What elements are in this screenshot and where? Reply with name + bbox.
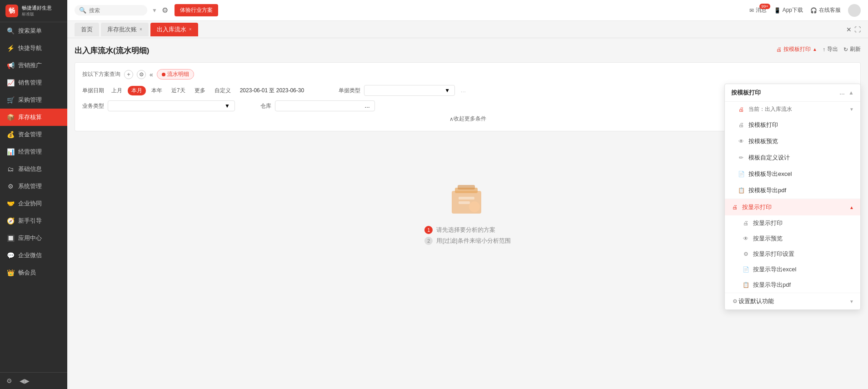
dropdown-display-settings-item[interactable]: ⚙ 按显示打印设置 [725,246,860,262]
current-printer-icon: 🖨 [738,106,745,113]
tab-batch-account[interactable]: 库存批次账 × [101,23,149,36]
online-service-button[interactable]: 🎧 在线客服 [810,6,841,14]
filter-settings-button[interactable]: ⚙ [137,70,146,79]
dropdown-template-design-item[interactable]: ✏ 模板自定义设计 [725,150,860,166]
search-input[interactable] [89,7,139,14]
display-print-header-icon: 🖨 [731,204,738,211]
empty-step-1: 1 请先选择要分析的方案 [424,226,510,234]
refresh-button[interactable]: ↻ 刷新 [843,45,861,53]
dropdown-title: 按模板打印 [731,89,761,97]
sidebar-icon-guide: 🧭 [6,217,15,225]
sidebar-icon-wechat: 💬 [6,251,15,259]
filter-collapse-button[interactable]: « [150,71,153,78]
sidebar-item-sales[interactable]: 📈 销售管理 [0,74,67,91]
dropdown-footer[interactable]: ⚙ 设置默认功能 ▼ [725,293,860,309]
sidebar-label-finance: 资金管理 [18,130,42,139]
dropdown-more-icon[interactable]: … [839,90,845,96]
empty-icon [449,184,486,220]
tab-inout-flow[interactable]: 出入库流水 × [150,23,198,36]
tab-inout-flow-close[interactable]: × [189,27,192,32]
date-option-last-month[interactable]: 上月 [108,86,126,95]
sidebar-label-enterprise: 企业协同 [18,199,42,208]
export-button[interactable]: ↑ 导出 [823,45,838,53]
svg-rect-3 [459,197,474,199]
sidebar-item-marketing[interactable]: 📢 营销推广 [0,57,67,74]
sidebar-item-quick-nav[interactable]: ⚡ 快捷导航 [0,40,67,57]
app-download-button[interactable]: 📱 App下载 [774,6,803,14]
sidebar-icon-sales: 📈 [6,79,15,87]
sidebar-item-basic[interactable]: 🗂 基础信息 [0,160,67,178]
message-button[interactable]: ✉ 消息 99+ [749,6,767,14]
filter-date-label: 单据日期 [82,87,104,95]
template-print-icon: 🖨 [738,121,745,129]
dropdown-display-print-item[interactable]: 🖨 按显示打印 [725,215,860,231]
tab-batch-account-close[interactable]: × [140,27,142,32]
step-1-label: 请先选择要分析的方案 [436,226,495,234]
sidebar-item-search[interactable]: 🔍 搜索菜单 [0,22,67,40]
warehouse-more-icon[interactable]: … [364,103,370,109]
sidebar-item-operations[interactable]: 📊 经营管理 [0,143,67,160]
user-avatar[interactable] [848,4,861,17]
sidebar-icon-marketing: 📢 [6,61,15,70]
date-option-this-year[interactable]: 本年 [148,86,166,95]
footer-settings-icon: ⚙ [731,298,738,305]
filter-doctype-item: 单据类型 ▼ … [339,85,466,96]
dropdown-template-pdf-item[interactable]: 📋 按模板导出pdf [725,182,860,199]
close-window-icon[interactable]: ✕ [846,26,852,33]
print-template-button[interactable]: 🖨 按模板打印 ▲ [776,45,817,53]
date-range-display: 2023-06-01 至 2023-06-30 [240,87,304,95]
dropdown-template-preview-item[interactable]: 👁 按模板预览 [725,133,860,150]
sidebar-item-member[interactable]: 👑 畅会员 [0,264,67,281]
filter-biztype-item: 业务类型 ▼ [82,100,235,111]
filter-doctype-select[interactable]: ▼ [364,85,455,96]
dropdown-current-item[interactable]: 🖨 当前：出入库流水 ▼ [725,102,860,117]
sidebar-settings-icon[interactable]: ⚙ [6,377,12,384]
dropdown-display-preview-item[interactable]: 👁 按显示预览 [725,231,860,246]
dropdown-template-print-item[interactable]: 🖨 按模板打印 [725,117,860,133]
sidebar-item-purchase[interactable]: 🛒 采购管理 [0,91,67,109]
sidebar-label-app-center: 应用中心 [18,234,42,242]
filter-biztype-select[interactable]: ▼ [108,100,235,111]
filter-active-tag[interactable]: 流水明细 [157,69,194,80]
sidebar-collapse-icon[interactable]: ◀▶ [20,377,30,384]
print-dropdown-arrow[interactable]: ▲ [813,47,817,52]
date-option-more[interactable]: 更多 [191,86,209,95]
topbar-search-box[interactable]: 🔍 [75,5,147,15]
sidebar-item-enterprise[interactable]: 🤝 企业协同 [0,195,67,212]
dropdown-display-excel-item[interactable]: 📄 按显示导出excel [725,262,860,277]
sidebar-item-inventory[interactable]: 📦 库存核算 [0,109,67,126]
footer-chevron: ▼ [849,299,854,304]
fullscreen-icon[interactable]: ⛶ [854,26,861,33]
sidebar-item-guide[interactable]: 🧭 新手引导 [0,212,67,229]
online-service-label: 在线客服 [819,6,841,14]
display-excel-icon: 📄 [742,266,749,273]
dropdown-display-print-header[interactable]: 🖨 按显示打印 ▲ [725,199,860,215]
tab-home[interactable]: 首页 [75,23,99,36]
tab-home-label: 首页 [81,25,93,34]
sidebar-item-finance[interactable]: 💰 资金管理 [0,126,67,143]
doctype-more-icon[interactable]: … [460,87,466,94]
topbar-right: ✉ 消息 99+ 📱 App下载 🎧 在线客服 [749,4,861,17]
sidebar-item-app-center[interactable]: 🔲 应用中心 [0,229,67,247]
date-option-7days[interactable]: 近7天 [168,86,189,95]
dropdown-template-excel-item[interactable]: 📄 按模板导出excel [725,166,860,182]
filter-add-button[interactable]: + [124,70,133,79]
display-pdf-icon: 📋 [742,281,749,289]
dropdown-chevron-up[interactable]: ▲ [848,90,854,96]
date-option-custom[interactable]: 自定义 [211,86,234,95]
filter-warehouse-select[interactable]: … [275,100,375,111]
app-logo: 畅 畅捷通好生意 标准版 [0,0,67,22]
settings-gear-icon[interactable]: ⚙ [162,6,168,15]
dropdown-display-pdf-item[interactable]: 📋 按显示导出pdf [725,277,860,293]
sidebar-icon-enterprise: 🤝 [6,199,15,208]
tab-inout-flow-label: 出入库流水 [157,25,186,34]
sidebar-item-wechat[interactable]: 💬 企业微信 [0,247,67,264]
sidebar-item-system[interactable]: ⚙ 系统管理 [0,178,67,195]
industry-solution-button[interactable]: 体验行业方案 [175,4,218,16]
dropdown-icon[interactable]: ▼ [152,7,157,14]
sidebar-label-quick-nav: 快捷导航 [18,44,42,52]
display-print-header-label: 按显示打印 [742,203,772,211]
date-option-this-month[interactable]: 本月 [128,86,146,95]
message-icon: ✉ [749,7,754,14]
sidebar-label-marketing: 营销推广 [18,61,42,70]
